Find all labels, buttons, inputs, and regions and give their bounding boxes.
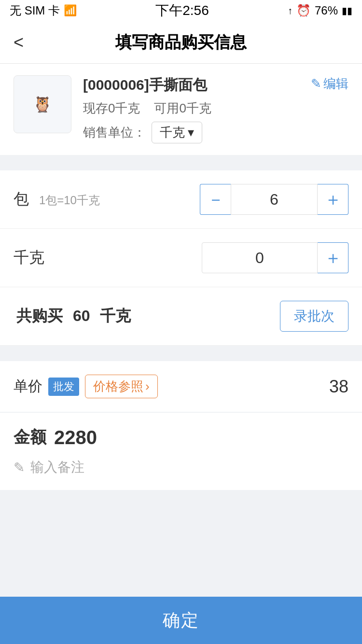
- qty-controls-kg: ＋: [202, 242, 348, 273]
- separator-2: [0, 346, 362, 353]
- total-row: 共购买 60 千克 录批次: [0, 287, 362, 346]
- batch-button[interactable]: 录批次: [280, 301, 348, 332]
- amount-label: 金额: [14, 426, 46, 448]
- chevron-down-icon: ▾: [188, 125, 194, 140]
- qty-input-bao[interactable]: [231, 184, 318, 215]
- qty-label-kg: 千克: [14, 247, 202, 268]
- qty-label-bao: 包 1包=10千克: [14, 189, 200, 210]
- product-stock-info: 现存0千克 可用0千克: [83, 100, 348, 117]
- quantity-section: 包 1包=10千克 － ＋ 千克 ＋: [0, 170, 362, 287]
- pencil-icon: ✎: [14, 460, 25, 476]
- status-bar: 无 SIM 卡 📶 下午2:56 ↑ ⏰ 76% ▮▮: [0, 0, 362, 21]
- battery-icon: ▮▮: [342, 5, 352, 16]
- price-label: 单价: [14, 377, 42, 396]
- note-placeholder: 输入备注: [30, 458, 84, 476]
- amount-section: 金额 2280 ✎ 输入备注: [0, 413, 362, 490]
- note-row[interactable]: ✎ 输入备注: [14, 458, 348, 476]
- decrease-bao-button[interactable]: －: [200, 184, 231, 215]
- page-title: 填写商品购买信息: [115, 31, 247, 54]
- price-tag: 批发: [48, 378, 79, 396]
- edit-button[interactable]: ✎ 编辑: [311, 75, 348, 92]
- no-sim-text: 无 SIM 卡: [10, 3, 60, 18]
- nav-bar: < 填写商品购买信息: [0, 21, 362, 64]
- qty-row-kg: 千克 ＋: [0, 229, 362, 287]
- status-right: ↑ ⏰ 76% ▮▮: [288, 4, 352, 17]
- product-info: [0000006]手撕面包 ✎ 编辑 现存0千克 可用0千克 销售单位： 千克 …: [83, 75, 348, 143]
- amount-row: 金额 2280: [14, 426, 348, 448]
- price-row: 单价 批发 价格参照 › 38: [0, 361, 362, 412]
- price-label-area: 单价 批发 价格参照 ›: [14, 375, 158, 398]
- increase-bao-button[interactable]: ＋: [318, 184, 348, 215]
- qty-row-bao: 包 1包=10千克 － ＋: [0, 170, 362, 229]
- separator-1: [0, 163, 362, 170]
- chevron-right-icon: ›: [145, 379, 150, 394]
- amount-value: 2280: [54, 427, 97, 448]
- back-button[interactable]: <: [14, 32, 24, 53]
- product-logo: 🦉: [33, 95, 52, 113]
- qty-controls-bao: － ＋: [200, 184, 348, 215]
- increase-kg-button[interactable]: ＋: [318, 242, 348, 273]
- price-reference-button[interactable]: 价格参照 ›: [85, 375, 158, 398]
- total-text: 共购买 60 千克: [14, 306, 134, 327]
- qty-input-kg[interactable]: [202, 242, 318, 273]
- price-value: 38: [329, 377, 348, 397]
- wifi-icon: 📶: [64, 4, 77, 17]
- product-card: 🦉 [0000006]手撕面包 ✎ 编辑 现存0千克 可用0千克 销售单位： 千…: [0, 64, 362, 155]
- battery-text: 76%: [315, 4, 338, 17]
- product-unit-row: 销售单位： 千克 ▾: [83, 122, 348, 143]
- confirm-button[interactable]: 确定: [0, 597, 362, 644]
- product-name: [0000006]手撕面包: [83, 75, 207, 95]
- unit-select[interactable]: 千克 ▾: [152, 122, 202, 143]
- status-time: 下午2:56: [155, 1, 209, 20]
- alarm-icon: ⏰: [296, 4, 311, 17]
- product-thumbnail: 🦉: [14, 75, 71, 133]
- location-icon: ↑: [288, 5, 292, 16]
- status-left: 无 SIM 卡 📶: [10, 3, 77, 18]
